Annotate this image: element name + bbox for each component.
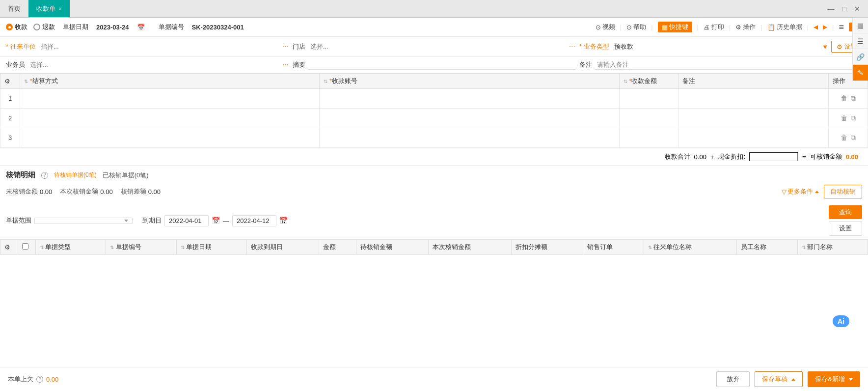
settlement-cell[interactable] [20, 89, 320, 109]
writeoff-info-icon[interactable]: ? [41, 172, 48, 179]
cal-from-icon[interactable]: 📅 [212, 217, 220, 224]
settlement-cell[interactable] [20, 128, 320, 148]
col-date-header: ⇅ 单据日期 [176, 240, 246, 255]
delete-row-icon[interactable]: 🗑 [840, 134, 848, 141]
writeoff-header: 核销明细 ? 待核销单据(0笔) 已核销单据(0笔) [0, 166, 868, 183]
biz-type-select[interactable]: 预收款 ▼ [612, 42, 828, 51]
diff-stat: 核销差额 0.00 [121, 187, 161, 196]
range-select[interactable] [34, 218, 133, 224]
save-new-chevron [849, 378, 853, 381]
staff-more-icon[interactable]: ··· [282, 61, 289, 69]
sidebar-list-icon[interactable]: ☰ [853, 33, 868, 49]
footer-info: 本单上欠 ? 0.00 [8, 375, 58, 384]
receipt-table: ⚙ ⇅ *结算方式 ⇅ *收款账号 ⇅ *收款金额 备注 操 [0, 73, 868, 148]
tab-close-icon[interactable]: × [58, 5, 62, 12]
footer-info-value: 0.00 [46, 376, 58, 383]
close-button[interactable]: ✕ [852, 5, 862, 13]
col-settings-bottom[interactable]: ⚙ [0, 240, 18, 255]
video-button[interactable]: ⊙ 视频 [596, 23, 615, 31]
unwriteoff-stat: 未核销金额 0.00 [6, 187, 52, 196]
copy-row-icon[interactable]: ⧉ [850, 114, 857, 122]
footer-info-icon[interactable]: ? [36, 376, 43, 383]
next-button[interactable]: ▶ [823, 24, 827, 30]
remark-cell[interactable] [678, 89, 828, 109]
total-value: 0.00 [694, 153, 706, 161]
prev-button[interactable]: ◀ [814, 24, 818, 30]
radio-refund[interactable]: 退款 [33, 23, 55, 31]
remark-input[interactable] [595, 60, 862, 70]
amount-cell[interactable] [619, 128, 678, 148]
copy-row-icon[interactable]: ⧉ [850, 134, 857, 141]
biz-type-dropdown-icon[interactable]: ▼ [822, 43, 828, 51]
sidebar-attach-icon[interactable]: 🔗 [853, 49, 868, 65]
more-conditions-button[interactable]: ▽ 更多条件 [782, 187, 819, 196]
save-draft-button[interactable]: 保存草稿 [755, 371, 803, 387]
account-cell[interactable] [320, 128, 619, 148]
account-cell[interactable] [320, 109, 619, 128]
ops-cell: 🗑 ⧉ [829, 128, 868, 148]
remark-cell[interactable] [678, 128, 828, 148]
toolbar-actions: ⊙ 视频 | ⊙ 帮助 | ▦ 快捷键 | 🖨 打印 | ⚙ 操作 [596, 22, 862, 32]
footer-buttons: 放弃 保存草稿 保存&新增 [716, 371, 860, 387]
summary-input[interactable] [308, 60, 575, 70]
diff-value: 0.00 [148, 188, 161, 196]
tab-pending[interactable]: 待核销单据(0笔) [54, 171, 97, 179]
copy-row-icon[interactable]: ⧉ [850, 94, 857, 102]
row-num: 2 [0, 109, 20, 128]
radio-receive[interactable]: 收款 [6, 23, 27, 31]
help-button[interactable]: ⊙ 帮助 [626, 23, 646, 31]
sidebar-edit-icon[interactable]: ✎ [853, 65, 868, 81]
cal-to-icon[interactable]: 📅 [279, 217, 288, 224]
delete-row-icon[interactable]: 🗑 [840, 114, 848, 122]
amount-cell[interactable] [619, 89, 678, 109]
chevron-up-icon [815, 191, 819, 193]
shortcut-button[interactable]: ▦ 快捷键 [658, 22, 692, 32]
remark-cell[interactable] [678, 109, 828, 128]
writeoff-table-section: ⚙ ⇅ 单据类型 ⇅ 单据编号 ⇅ 单据日期 收款到期日 [0, 239, 868, 367]
current-writeoff-stat: 本次核销金额 0.00 [60, 187, 112, 196]
settlement-cell[interactable] [20, 109, 320, 128]
ai-badge[interactable]: Ai [833, 315, 849, 327]
delete-row-icon[interactable]: 🗑 [840, 94, 848, 102]
store-input[interactable] [308, 42, 566, 52]
range-filter: 单据范围 [6, 216, 133, 225]
amount-cell[interactable] [619, 109, 678, 128]
account-cell[interactable] [320, 89, 619, 109]
col-checkbox-header[interactable] [18, 240, 36, 255]
staff-input[interactable] [28, 60, 279, 70]
query-button[interactable]: 查询 [829, 205, 862, 219]
save-draft-chevron [791, 378, 795, 381]
save-new-button[interactable]: 保存&新增 [808, 371, 860, 387]
writeoff-title: 核销明细 [6, 170, 35, 180]
tab-active[interactable]: 收款单 × [28, 0, 70, 17]
date-from-input[interactable] [164, 215, 209, 226]
select-all-checkbox[interactable] [22, 243, 28, 250]
operation-label: 操作 [743, 23, 756, 31]
sidebar-table-icon[interactable]: ▦ [853, 18, 868, 33]
operation-button[interactable]: ⚙ 操作 [735, 23, 756, 31]
minimize-button[interactable]: — [826, 5, 837, 13]
abandon-button[interactable]: 放弃 [716, 371, 750, 387]
counterpart-more-icon[interactable]: ··· [282, 43, 289, 51]
layout-button[interactable]: ≡ [839, 22, 844, 32]
date-picker-icon[interactable]: 📅 [137, 24, 145, 31]
filter-icon: ▽ [782, 188, 787, 196]
date-to-input[interactable] [232, 215, 276, 226]
tab-done[interactable]: 已核销单据(0笔) [103, 171, 149, 180]
discount-label: 现金折扣: [718, 152, 745, 161]
shortcut-label: 快捷键 [669, 23, 688, 31]
discount-input[interactable] [749, 152, 798, 161]
save-new-label: 保存&新增 [815, 375, 845, 384]
unwriteoff-label: 未核销金额 [6, 187, 38, 196]
stats-row: 未核销金额 0.00 本次核销金额 0.00 核销差额 0.00 ▽ 更多条件 … [0, 183, 868, 202]
filter-settings-button[interactable]: 设置 [829, 221, 862, 236]
tab-home[interactable]: 首页 [0, 0, 28, 17]
print-button[interactable]: 🖨 打印 [704, 23, 724, 31]
col-settings-header[interactable]: ⚙ [0, 74, 20, 89]
history-button[interactable]: 📋 历史单据 [767, 23, 802, 31]
auto-writeoff-button[interactable]: 自动核销 [824, 185, 862, 198]
counterpart-input[interactable] [39, 42, 279, 52]
maximize-button[interactable]: □ [841, 5, 848, 13]
radio-receive-label: 收款 [15, 23, 27, 31]
store-more-icon[interactable]: ··· [569, 43, 575, 51]
